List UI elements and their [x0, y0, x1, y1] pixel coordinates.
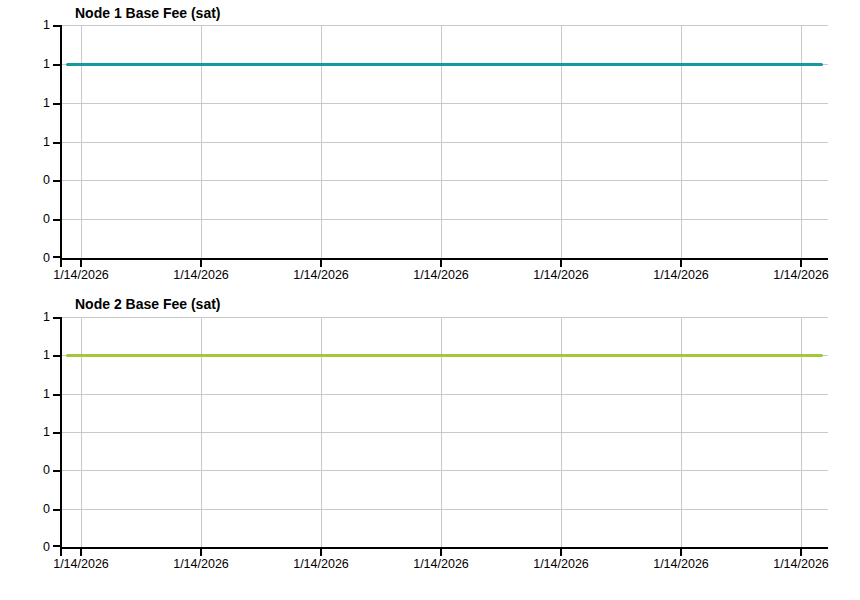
y-tick-label: 1: [0, 309, 50, 325]
v-gridline: [441, 317, 442, 547]
y-tick-mark: [53, 545, 60, 547]
h-gridline: [62, 219, 828, 220]
x-tick-label: 1/14/2026: [173, 556, 229, 572]
v-gridline: [441, 25, 442, 258]
x-tick-label: 1/14/2026: [53, 556, 109, 572]
x-tick-label: 1/14/2026: [773, 267, 829, 283]
v-gridline: [321, 317, 322, 547]
y-tick-mark: [53, 103, 60, 105]
x-tick-mark: [80, 260, 82, 267]
x-tick-mark: [80, 549, 82, 556]
y-tick-mark: [53, 256, 60, 258]
y-tick-label: 0: [0, 250, 50, 266]
x-tick-mark: [60, 260, 62, 267]
v-gridline: [801, 317, 802, 547]
y-tick-mark: [53, 394, 60, 396]
x-tick-mark: [440, 260, 442, 267]
y-tick-label: 1: [0, 56, 50, 72]
x-tick-label: 1/14/2026: [413, 556, 469, 572]
x-tick-label: 1/14/2026: [173, 267, 229, 283]
h-gridline: [62, 103, 828, 104]
chart-title: Node 1 Base Fee (sat): [75, 5, 221, 21]
x-tick-label: 1/14/2026: [413, 267, 469, 283]
x-tick-mark: [320, 549, 322, 556]
h-gridline: [62, 317, 828, 318]
v-gridline: [801, 25, 802, 258]
y-tick-mark: [53, 470, 60, 472]
h-gridline: [62, 394, 828, 395]
charts-page: Node 1 Base Fee (sat) 11110001/14/20261/…: [0, 0, 860, 600]
y-tick-label: 1: [0, 347, 50, 363]
h-gridline: [62, 180, 828, 181]
y-tick-mark: [53, 142, 60, 144]
y-tick-mark: [53, 180, 60, 182]
y-tick-label: 0: [0, 211, 50, 227]
plot-area: 11110001/14/20261/14/20261/14/20261/14/2…: [60, 317, 828, 549]
y-tick-label: 1: [0, 134, 50, 150]
y-tick-mark: [53, 432, 60, 434]
y-tick-label: 0: [0, 501, 50, 517]
y-tick-mark: [53, 25, 60, 27]
v-gridline: [561, 25, 562, 258]
x-tick-mark: [680, 260, 682, 267]
x-tick-label: 1/14/2026: [53, 267, 109, 283]
x-tick-label: 1/14/2026: [773, 556, 829, 572]
v-gridline: [681, 317, 682, 547]
y-tick-mark: [53, 509, 60, 511]
h-gridline: [62, 470, 828, 471]
y-tick-label: 1: [0, 17, 50, 33]
x-tick-label: 1/14/2026: [653, 267, 709, 283]
x-tick-mark: [320, 260, 322, 267]
x-tick-mark: [560, 260, 562, 267]
h-gridline: [62, 509, 828, 510]
y-tick-mark: [53, 355, 60, 357]
h-gridline: [62, 142, 828, 143]
x-tick-label: 1/14/2026: [293, 267, 349, 283]
x-tick-mark: [440, 549, 442, 556]
x-tick-mark: [200, 260, 202, 267]
y-tick-mark: [53, 64, 60, 66]
x-tick-label: 1/14/2026: [653, 556, 709, 572]
v-gridline: [81, 317, 82, 547]
chart-title: Node 2 Base Fee (sat): [75, 296, 221, 312]
y-tick-label: 1: [0, 424, 50, 440]
y-tick-label: 0: [0, 462, 50, 478]
h-gridline: [62, 432, 828, 433]
h-gridline: [62, 25, 828, 26]
v-gridline: [681, 25, 682, 258]
v-gridline: [561, 317, 562, 547]
plot-area: 11110001/14/20261/14/20261/14/20261/14/2…: [60, 25, 828, 260]
x-tick-mark: [200, 549, 202, 556]
v-gridline: [81, 25, 82, 258]
series-line: [66, 354, 823, 357]
x-tick-mark: [680, 549, 682, 556]
x-tick-mark: [560, 549, 562, 556]
y-tick-mark: [53, 219, 60, 221]
x-tick-label: 1/14/2026: [533, 556, 589, 572]
y-tick-mark: [53, 317, 60, 319]
v-gridline: [321, 25, 322, 258]
x-tick-label: 1/14/2026: [293, 556, 349, 572]
v-gridline: [201, 317, 202, 547]
y-tick-label: 1: [0, 386, 50, 402]
x-tick-mark: [60, 549, 62, 556]
y-tick-label: 0: [0, 172, 50, 188]
x-tick-mark: [800, 549, 802, 556]
x-tick-mark: [800, 260, 802, 267]
series-line: [66, 63, 823, 66]
y-tick-label: 0: [0, 539, 50, 555]
v-gridline: [201, 25, 202, 258]
x-tick-label: 1/14/2026: [533, 267, 589, 283]
y-tick-label: 1: [0, 95, 50, 111]
